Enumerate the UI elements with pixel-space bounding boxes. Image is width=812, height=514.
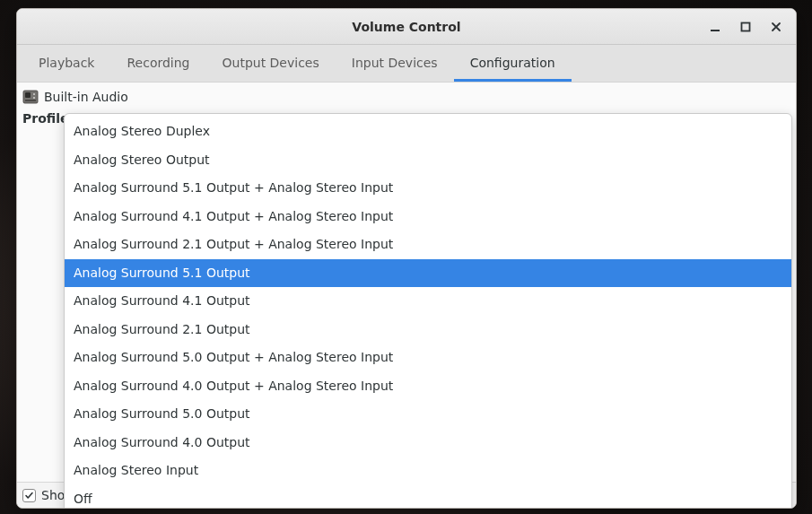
profile-option[interactable]: Analog Surround 4.1 Output + Analog Ster… — [65, 203, 791, 231]
profile-option[interactable]: Analog Surround 4.1 Output — [65, 287, 791, 316]
window-title: Volume Control — [17, 20, 796, 34]
device-name: Built-in Audio — [44, 90, 128, 104]
svg-rect-0 — [711, 30, 720, 31]
profile-option[interactable]: Analog Surround 5.1 Output + Analog Ster… — [65, 174, 791, 203]
tab-configuration[interactable]: Configuration — [454, 45, 572, 82]
minimize-button[interactable] — [706, 18, 724, 36]
volume-control-window: Volume Control Playback Recording Output… — [16, 8, 797, 509]
profile-option[interactable]: Analog Stereo Output — [65, 146, 791, 175]
profile-option[interactable]: Off — [65, 485, 791, 510]
close-button[interactable] — [767, 18, 785, 36]
titlebar: Volume Control — [17, 9, 796, 45]
close-icon — [771, 22, 781, 32]
svg-rect-6 — [25, 100, 36, 101]
profile-option[interactable]: Analog Stereo Duplex — [65, 118, 791, 146]
svg-rect-1 — [742, 22, 750, 30]
check-icon — [24, 491, 34, 501]
maximize-button[interactable] — [737, 18, 755, 36]
desktop-background: Volume Control Playback Recording Output… — [0, 0, 812, 514]
minimize-icon — [710, 22, 720, 32]
svg-rect-3 — [25, 92, 31, 98]
profile-option[interactable]: Analog Surround 5.0 Output + Analog Ster… — [65, 344, 791, 372]
tabbar: Playback Recording Output Devices Input … — [17, 45, 796, 83]
window-controls — [706, 18, 796, 36]
maximize-icon — [740, 22, 751, 32]
profile-dropdown-list[interactable]: Analog Stereo DuplexAnalog Stereo Output… — [64, 113, 792, 509]
profile-option[interactable]: Analog Stereo Input — [65, 457, 791, 485]
svg-point-5 — [33, 97, 35, 99]
profile-option[interactable]: Analog Surround 4.0 Output + Analog Ster… — [65, 372, 791, 401]
svg-point-4 — [33, 93, 35, 95]
tab-input-devices[interactable]: Input Devices — [336, 45, 454, 82]
profile-option[interactable]: Analog Surround 2.1 Output + Analog Ster… — [65, 231, 791, 259]
tab-recording[interactable]: Recording — [110, 45, 205, 82]
profile-option[interactable]: Analog Surround 5.0 Output — [65, 400, 791, 429]
show-volume-meters-checkbox[interactable] — [22, 489, 36, 502]
profile-option[interactable]: Analog Surround 5.1 Output — [65, 259, 791, 288]
profile-option[interactable]: Analog Surround 4.0 Output — [65, 429, 791, 457]
content-area: Built-in Audio Profile: Analog Stereo Du… — [17, 83, 796, 482]
audio-card-icon — [22, 90, 39, 104]
device-row: Built-in Audio — [17, 83, 796, 108]
tab-playback[interactable]: Playback — [22, 45, 110, 82]
profile-option[interactable]: Analog Surround 2.1 Output — [65, 316, 791, 344]
tab-output-devices[interactable]: Output Devices — [206, 45, 336, 82]
